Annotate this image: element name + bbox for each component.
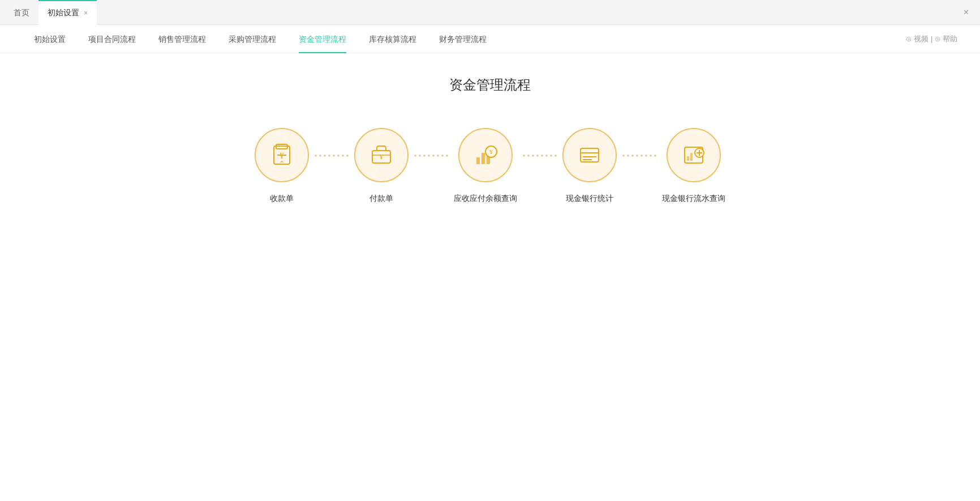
tab-home[interactable]: 首页: [5, 0, 38, 25]
flow-dots-2: [414, 155, 448, 157]
top-bar-right: ×: [964, 7, 980, 18]
flow-dots-3: [523, 155, 557, 157]
svg-rect-7: [476, 157, 480, 164]
nav-item-inventory-accounting[interactable]: 库存核算流程: [358, 25, 428, 53]
flow-dots-1: [315, 155, 349, 157]
help-separator: |: [931, 35, 932, 43]
flow-connector-3: [523, 155, 557, 157]
page-title: 资金管理流程: [449, 76, 531, 94]
nav-item-purchase-management[interactable]: 采购管理流程: [217, 25, 287, 53]
flow-circle-receipt: ¥: [255, 128, 309, 182]
flow-item-balance-query[interactable]: ¥ 应收应付余额查询: [454, 128, 517, 204]
payment-icon: ¥: [368, 142, 395, 169]
flow-circle-cash-bank-flow: [667, 128, 721, 182]
nav-item-fund-management[interactable]: 资金管理流程: [287, 25, 358, 53]
svg-rect-8: [482, 153, 485, 164]
top-bar: 首页 初始设置 × ×: [0, 0, 980, 25]
flow-label-balance-query: 应收应付余额查询: [454, 194, 517, 204]
flow-dots-4: [622, 155, 656, 157]
help-link[interactable]: ⊙ 帮助: [935, 34, 957, 44]
flow-connector-1: [315, 155, 349, 157]
svg-rect-17: [687, 156, 689, 161]
flow-item-cash-bank-flow[interactable]: 现金银行流水查询: [662, 128, 725, 204]
main-content: 资金管理流程 ¥ 收款单: [0, 53, 980, 226]
nav-item-finance-management[interactable]: 财务管理流程: [428, 25, 498, 53]
flow-circle-balance-query: ¥: [458, 128, 513, 182]
tab-active[interactable]: 初始设置 ×: [38, 0, 97, 25]
active-tab-label: 初始设置: [48, 8, 79, 18]
receipt-icon: ¥: [268, 142, 295, 169]
nav-bar: 初始设置 项目合同流程 销售管理流程 采购管理流程 资金管理流程 库存核算流程 …: [0, 25, 980, 53]
flow-connector-4: [622, 155, 656, 157]
flow-item-cash-bank-stats[interactable]: 现金银行统计: [562, 128, 617, 204]
flow-item-receipt[interactable]: ¥ 收款单: [255, 128, 309, 204]
video-link[interactable]: ⊙ 视频: [906, 34, 929, 44]
tab-close-button[interactable]: ×: [84, 10, 88, 16]
flow-label-payment: 付款单: [369, 194, 393, 204]
svg-text:¥: ¥: [280, 152, 284, 160]
svg-rect-18: [690, 153, 693, 161]
flow-circle-cash-bank-stats: [562, 128, 617, 182]
svg-text:¥: ¥: [380, 152, 384, 161]
flow-label-cash-bank-flow: 现金银行流水查询: [662, 194, 725, 204]
bank-stats-icon: [576, 142, 603, 169]
nav-item-project-contract[interactable]: 项目合同流程: [77, 25, 147, 53]
nav-right-actions: ⊙ 视频 | ⊙ 帮助: [906, 34, 957, 44]
flow-item-payment[interactable]: ¥ 付款单: [354, 128, 409, 204]
flow-row: ¥ 收款单 ¥: [255, 128, 725, 204]
flow-label-cash-bank-stats: 现金银行统计: [566, 194, 613, 204]
flow-label-receipt: 收款单: [270, 194, 294, 204]
bank-flow-icon: [680, 142, 707, 169]
flow-circle-payment: ¥: [354, 128, 409, 182]
window-close-button[interactable]: ×: [964, 7, 969, 18]
svg-text:¥: ¥: [489, 148, 493, 155]
balance-icon: ¥: [472, 142, 499, 169]
nav-item-sales-management[interactable]: 销售管理流程: [147, 25, 217, 53]
flow-connector-2: [414, 155, 448, 157]
nav-item-initial-setup[interactable]: 初始设置: [23, 25, 77, 53]
